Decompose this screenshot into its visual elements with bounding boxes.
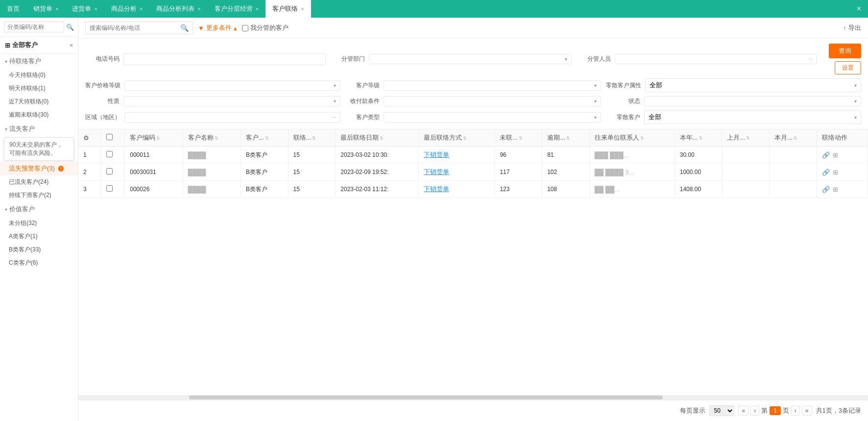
action-grid-icon-2[interactable]: ⊞ — [833, 186, 838, 193]
h-scroll-thumb[interactable] — [189, 396, 663, 399]
cell-actions-0[interactable]: 🔗 ⊞ — [817, 147, 868, 164]
cell-method-1[interactable]: 下销货单 — [419, 164, 495, 181]
filter-scatter-customer-select[interactable]: 全部 ▾ — [644, 110, 861, 124]
filter-status-select[interactable]: ▾ — [644, 96, 861, 106]
filter-phone-input[interactable] — [123, 53, 326, 65]
chevron-down-icon-5: ▾ — [334, 99, 336, 104]
tab-close-customer-tier[interactable]: × — [256, 6, 259, 12]
tab-close-analysis-list[interactable]: × — [197, 6, 200, 12]
sidebar-item-A----1-[interactable]: A类客户(1) — [0, 230, 78, 243]
col-settings[interactable]: ⚙ — [78, 129, 101, 147]
first-page-btn[interactable]: « — [738, 406, 748, 416]
per-page-select[interactable]: 50 100 200 — [709, 405, 734, 416]
sidebar-collapse-btn[interactable]: « — [70, 42, 73, 49]
tab-customer-contact[interactable]: 客户联络× — [265, 0, 311, 18]
col-name[interactable]: 客户名称⇅ — [183, 129, 241, 147]
filter-nature-select[interactable]: ▾ — [123, 96, 340, 106]
my-customers-toggle[interactable]: 我分管的客户 — [242, 24, 289, 32]
cell-check-0[interactable] — [101, 147, 124, 164]
horizontal-scrollbar[interactable] — [78, 395, 868, 400]
sidebar-item-------24-[interactable]: 已流失客户(24) — [0, 175, 78, 189]
search-icon-btn[interactable]: 🔍 — [180, 24, 189, 32]
col-last-month[interactable]: 上月...⇅ — [722, 129, 770, 147]
query-btn[interactable]: 查询 — [829, 44, 861, 58]
col-last-method[interactable]: 最后联络方式⇅ — [419, 129, 495, 147]
cell-method-2[interactable]: 下销货单 — [419, 181, 495, 198]
sidebar-group-pending[interactable]: ▾待联络客户 — [0, 54, 78, 69]
sidebar-group-value[interactable]: ▾价值客户 — [0, 202, 78, 217]
tab-purchase[interactable]: 进货单× — [65, 0, 104, 18]
sidebar-item--------3-[interactable]: 流失预警客户(3) ! — [0, 162, 78, 175]
action-link-icon-1[interactable]: 🔗 — [822, 169, 830, 176]
col-this-month[interactable]: 本月...⇅ — [770, 129, 817, 147]
cell-actions-2[interactable]: 🔗 ⊞ — [817, 181, 868, 198]
filter-person-select[interactable]: ··· — [615, 54, 817, 64]
sidebar-item-C----6-[interactable]: C类客户(6) — [0, 256, 78, 270]
my-customers-checkbox[interactable] — [242, 25, 248, 31]
action-grid-icon-0[interactable]: ⊞ — [833, 151, 838, 159]
col-this-year[interactable]: 本年...⇅ — [675, 129, 722, 147]
cell-actions-1[interactable]: 🔗 ⊞ — [817, 164, 868, 181]
filter-level-select[interactable]: ▾ — [384, 80, 601, 91]
prev-page-btn[interactable]: ‹ — [750, 406, 759, 416]
filter-type-select[interactable]: ▾ — [384, 112, 601, 123]
col-overdue[interactable]: 逾期...⇅ — [542, 129, 590, 147]
cell-ty-1: 1000.00 — [675, 164, 722, 181]
next-page-btn[interactable]: › — [791, 406, 800, 416]
tab-analysis[interactable]: 商品分析× — [104, 0, 149, 18]
tab-close-analysis[interactable]: × — [140, 6, 143, 12]
sidebar-item-----32-[interactable]: 未分组(32) — [0, 217, 78, 230]
export-btn[interactable]: ↑ 导出 — [844, 24, 862, 32]
sidebar-item-------30-[interactable]: 逾期未联络(30) — [0, 108, 78, 122]
cell-name-0: ████ — [183, 147, 241, 164]
col-code[interactable]: 客户编码⇅ — [125, 129, 183, 147]
method-link-1[interactable]: 下销货单 — [424, 168, 449, 175]
filter-region-select[interactable]: ··· — [124, 112, 340, 123]
col-last-date[interactable]: 最后联络日期⇅ — [336, 129, 419, 147]
tab-close-sales[interactable]: × — [55, 6, 58, 12]
sidebar-item-B----33-[interactable]: B类客户(33) — [0, 243, 78, 256]
col-company-contact[interactable]: 往来单位联系人⇅ — [589, 129, 675, 147]
row-checkbox-0[interactable] — [106, 151, 113, 157]
tab-customer-tier[interactable]: 客户分层经营× — [208, 0, 265, 18]
search-input[interactable] — [90, 25, 178, 31]
method-link-0[interactable]: 下销货单 — [424, 151, 449, 158]
close-all-tabs-btn[interactable]: × — [850, 4, 868, 13]
method-link-2[interactable]: 下销货单 — [424, 185, 449, 193]
action-link-icon-0[interactable]: 🔗 — [822, 151, 830, 159]
last-page-btn[interactable]: » — [802, 406, 812, 416]
tab-analysis-list[interactable]: 商品分析列表× — [149, 0, 207, 18]
filter-dept-select[interactable]: ▾ — [369, 54, 571, 64]
col-not-contacted[interactable]: 未联...⇅ — [495, 129, 542, 147]
tab-close-customer-contact[interactable]: × — [301, 6, 304, 12]
sidebar-group-churn[interactable]: ▾流失客户 — [0, 122, 78, 136]
filter-price-select[interactable]: ▾ — [124, 80, 340, 91]
action-grid-icon-1[interactable]: ⊞ — [833, 169, 838, 176]
action-link-icon-2[interactable]: 🔗 — [822, 186, 830, 193]
row-checkbox-1[interactable] — [106, 168, 113, 174]
filter-status-label: 状态 — [606, 97, 640, 105]
row-checkbox-2[interactable] — [106, 185, 113, 192]
sidebar-item--------2-[interactable]: 持续下滑客户(2) — [0, 189, 78, 202]
tab-home[interactable]: 首页 — [0, 0, 26, 18]
filter-payment-select[interactable]: ▾ — [384, 96, 601, 106]
tab-sales[interactable]: 销货单× — [26, 0, 65, 18]
sidebar-item--7-----0-[interactable]: 近7天待联络(0) — [0, 95, 78, 108]
sidebar-all-customers[interactable]: ⊞ 全部客户 « — [0, 37, 78, 54]
chevron-down-icon-2: ▾ — [334, 83, 336, 88]
col-type[interactable]: 客户...⇅ — [241, 129, 288, 147]
cell-check-2[interactable] — [101, 181, 124, 198]
cell-overdue-1: 102 — [542, 164, 590, 181]
sidebar-item-------0-[interactable]: 今天待联络(0) — [0, 69, 78, 82]
cell-check-1[interactable] — [101, 164, 124, 181]
sidebar-search-input[interactable] — [4, 22, 64, 32]
filter-scatter-select[interactable]: 全部 ▾ — [645, 78, 861, 92]
cell-method-0[interactable]: 下销货单 — [419, 147, 495, 164]
select-all-checkbox[interactable] — [106, 134, 113, 140]
sidebar-item-------1-[interactable]: 明天待联络(1) — [0, 82, 78, 95]
tab-close-purchase[interactable]: × — [94, 6, 97, 12]
more-filter-btn[interactable]: ▼ 更多条件 ▴ — [198, 24, 237, 32]
settings-btn[interactable]: 设置 — [835, 61, 861, 74]
col-contact[interactable]: 联络...⇅ — [288, 129, 336, 147]
col-checkbox[interactable] — [101, 129, 124, 147]
